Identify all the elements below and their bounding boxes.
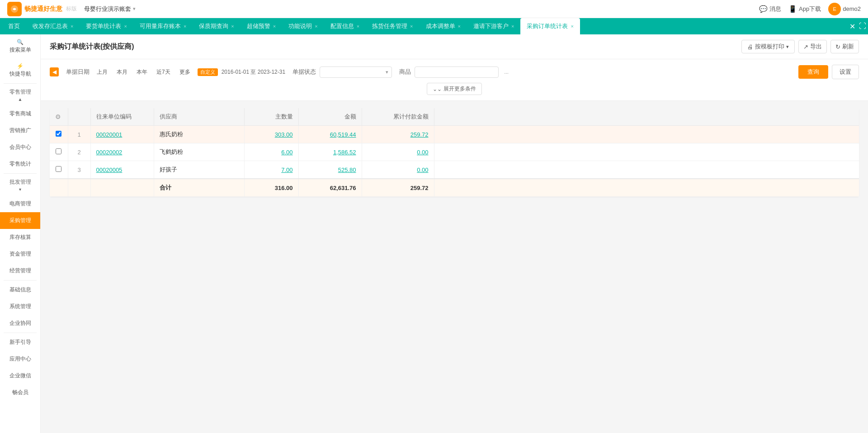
status-select[interactable] <box>320 67 392 78</box>
tab-config-info[interactable]: 配置信息 × <box>324 18 366 34</box>
logo-svg <box>10 5 19 14</box>
shortcut-last-month[interactable]: 上月 <box>93 67 111 77</box>
tab-cost-adjust[interactable]: 成本调整单 × <box>420 18 467 34</box>
sidebar-item-operation[interactable]: 经营管理 <box>0 262 40 279</box>
sidebar-item-system[interactable]: 系统管理 <box>0 298 40 315</box>
sidebar-item-enterprise-wechat[interactable]: 企业微信 <box>0 367 40 384</box>
sidebar-item-new-guide[interactable]: 新手引导 <box>0 334 40 351</box>
shortcut-this-year[interactable]: 本年 <box>133 67 151 77</box>
btn-template[interactable]: 🖨 按模板打印 ▾ <box>741 40 795 53</box>
row2-check[interactable] <box>56 148 61 154</box>
sidebar-enterprise-wechat-label: 企业微信 <box>9 372 31 380</box>
sidebar-item-finance[interactable]: 资金管理 <box>0 246 40 262</box>
sidebar-item-member-center[interactable]: 会员中心 <box>0 139 40 156</box>
query-actions: 查询 设置 <box>798 65 859 79</box>
shortcut-7days[interactable]: 近7天 <box>153 67 174 77</box>
btn-refresh[interactable]: ↻ 刷新 <box>830 40 859 53</box>
shortcut-more[interactable]: 更多 <box>176 67 194 77</box>
sidebar-item-marketing[interactable]: 营销推广 <box>0 122 40 139</box>
tab-purchase-summary-close[interactable]: × <box>571 24 573 29</box>
sidebar-item-basic-info[interactable]: 基础信息 <box>0 281 40 298</box>
table-row[interactable]: 1 00020001 惠氏奶粉 303.00 60,519.44 259.72 <box>50 126 859 143</box>
tab-order-summary-close[interactable]: × <box>124 24 127 29</box>
nav-icon: ⚡ <box>17 63 24 69</box>
row3-amount-link[interactable]: 525.80 <box>338 167 356 173</box>
footer-supplier-cell: 合计 <box>154 179 244 197</box>
goods-input[interactable] <box>415 67 499 78</box>
sidebar-item-retail-stats[interactable]: 零售统计 <box>0 156 40 172</box>
row1-paid-link[interactable]: 259.72 <box>410 131 429 138</box>
row1-qty-link[interactable]: 303.00 <box>275 131 293 138</box>
tab-receive-summary-close[interactable]: × <box>71 24 73 29</box>
sidebar-item-ecommerce[interactable]: 电商管理 <box>0 195 40 212</box>
row1-check[interactable] <box>56 131 61 137</box>
template-chevron: ▾ <box>786 44 789 50</box>
user-action[interactable]: E demo2 <box>828 3 861 15</box>
btn-filter-settings[interactable]: 设置 <box>832 65 859 79</box>
close-all-icon[interactable]: ✕ <box>849 22 855 31</box>
tab-invite-downstream-close[interactable]: × <box>511 24 514 29</box>
row2-code-link[interactable]: 00020002 <box>96 149 123 156</box>
tab-warranty[interactable]: 保质期查询 × <box>193 18 240 34</box>
workspace-selector[interactable]: 母婴行业演示账套 ▾ <box>80 3 139 15</box>
tab-purchase-summary[interactable]: 采购订单统计表 × <box>520 18 580 34</box>
row3-code-link[interactable]: 00020005 <box>96 167 123 173</box>
tab-function-desc-close[interactable]: × <box>315 24 317 29</box>
tab-overstock-close[interactable]: × <box>273 24 276 29</box>
row3-qty-link[interactable]: 7.00 <box>281 167 292 173</box>
tab-home[interactable]: 首页 <box>2 18 26 34</box>
sidebar-item-search[interactable]: 🔍 搜索菜单 <box>0 34 40 58</box>
expand-btn[interactable]: ⌄⌄ 展开更多条件 <box>427 83 482 95</box>
row2-amount-link[interactable]: 1,586.52 <box>333 149 356 156</box>
sidebar-item-purchase-manage[interactable]: 采购管理 <box>0 212 40 229</box>
sidebar-basic-info-label: 基础信息 <box>9 286 31 294</box>
shortcut-this-month[interactable]: 本月 <box>113 67 131 77</box>
tab-available-inventory-close[interactable]: × <box>184 24 186 29</box>
tab-overstock[interactable]: 超储预警 × <box>241 18 282 34</box>
settings-icon[interactable]: ⚙ <box>55 113 61 120</box>
row1-checkbox[interactable] <box>50 126 68 143</box>
message-action[interactable]: 💬 消息 <box>759 5 781 13</box>
btn-export[interactable]: ↗ 导出 <box>798 40 827 53</box>
row3-check[interactable] <box>56 166 61 172</box>
row2-qty: 6.00 <box>244 143 298 161</box>
row2-extra <box>434 143 859 161</box>
table-row[interactable]: 2 00020002 飞鹤奶粉 6.00 1,586.52 0.00 <box>50 143 859 161</box>
tab-function-desc[interactable]: 功能说明 × <box>282 18 324 34</box>
sidebar-item-wholesale-manage[interactable]: 批发管理 ▾ <box>0 175 40 195</box>
table-row[interactable]: 3 00020005 好孩子 7.00 525.80 0.00 <box>50 161 859 179</box>
row2-paid: 0.00 <box>362 143 434 161</box>
sidebar-item-inventory-check[interactable]: 库存核算 <box>0 229 40 246</box>
tab-invite-downstream[interactable]: 邀请下游客户 × <box>467 18 520 34</box>
tab-pick-task-close[interactable]: × <box>410 24 413 29</box>
row2-paid-link[interactable]: 0.00 <box>417 149 428 156</box>
collapse-btn[interactable]: ◀ <box>50 67 59 76</box>
row3-paid-link[interactable]: 0.00 <box>417 167 428 173</box>
tab-available-inventory[interactable]: 可用量库存账本 × <box>133 18 193 34</box>
tab-cost-adjust-close[interactable]: × <box>458 24 461 29</box>
sidebar-item-retail-shop[interactable]: 零售商城 <box>0 105 40 122</box>
maximize-icon[interactable]: ⛶ <box>859 22 866 30</box>
goods-more-link[interactable]: ... <box>504 69 509 75</box>
row2-qty-link[interactable]: 6.00 <box>281 149 292 156</box>
row2-checkbox[interactable] <box>50 143 68 161</box>
row1-amount-link[interactable]: 60,519.44 <box>330 131 356 138</box>
app-download-action[interactable]: 📱 App下载 <box>788 5 821 13</box>
tab-receive-summary[interactable]: 收发存汇总表 × <box>26 18 80 34</box>
sidebar-item-enterprise-collab[interactable]: 企业协同 <box>0 315 40 332</box>
tab-receive-summary-label: 收发存汇总表 <box>33 22 68 30</box>
sidebar-item-quick-nav[interactable]: ⚡ 快捷导航 <box>0 58 40 82</box>
footer-paid: 259.72 <box>362 179 434 197</box>
row3-checkbox[interactable] <box>50 161 68 179</box>
sidebar-item-vip[interactable]: 畅会员 <box>0 384 40 401</box>
btn-query[interactable]: 查询 <box>798 65 828 79</box>
th-settings[interactable]: ⚙ <box>50 108 68 126</box>
sidebar-purchase-manage-label: 采购管理 <box>9 217 31 224</box>
tab-pick-task[interactable]: 拣货任务管理 × <box>366 18 419 34</box>
tab-order-summary[interactable]: 要货单统计表 × <box>80 18 133 34</box>
row1-code-link[interactable]: 00020001 <box>96 131 123 138</box>
sidebar-item-app-center[interactable]: 应用中心 <box>0 351 40 367</box>
tab-config-info-close[interactable]: × <box>357 24 359 29</box>
tab-warranty-close[interactable]: × <box>231 24 234 29</box>
sidebar-item-retail-manage[interactable]: 零售管理 ▲ <box>0 85 40 105</box>
